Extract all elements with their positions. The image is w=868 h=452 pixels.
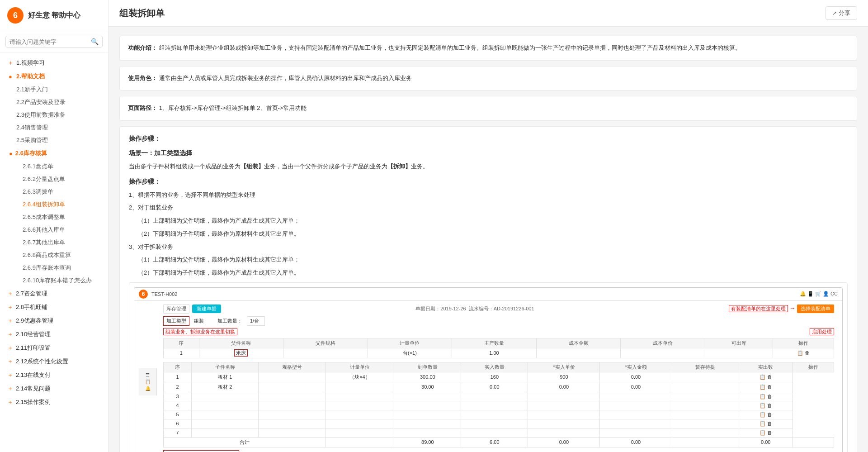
share-button[interactable]: ↗ 分享 [826,6,857,20]
expand-icon-2-13: ＋ [7,371,13,379]
sidebar-item-2-6-4[interactable]: 2.6.4组装拆卸单 [0,198,108,211]
sidebar-item-2-6-8[interactable]: 2.6.8商品成本重算 [0,249,108,262]
sidebar-item-2-6-5[interactable]: 2.6.5成本调整单 [0,211,108,224]
expand-icon-2-15: ＋ [7,398,13,406]
mock-lower-row-1: 1 板材 1 （块×4） 300.00 160 900 0.00 [164,372,834,382]
sidebar-item-2-15[interactable]: ＋ 2.15操作案例 [0,395,108,409]
mock-title-bar: 6 TEST-H002 🔔 📱 🛒 👤 CC [134,288,842,301]
sidebar-item-2-12-label: 2.12系统个性化设置 [16,357,68,366]
sidebar-item-1[interactable]: ＋ 1.视频学习 [0,56,108,70]
mock-footer-sum: 合计 [164,437,326,447]
share-icon: ↗ [832,10,837,16]
sidebar-item-2-6-label: 2.6库存核算 [15,149,47,157]
step-2-2: （2）下部明细为子件明细，最终作为原材料生成其它出库单。 [138,228,848,240]
annotation-4-text: 启用处理 [810,328,834,335]
sidebar-item-2-6-9[interactable]: 2.6.9库存账本查询 [0,262,108,274]
annotation-3-text: 组装业务、拆卸业务在这里切换 [163,328,237,335]
sidebar-item-2-1[interactable]: 2.1新手入门 [0,83,108,96]
search-icon[interactable]: 🔍 [91,38,99,45]
steps-block: 操作步骤： 场景一：加工类型选择 当由多个子件材料组装成一个成品的业务为【组装】… [119,126,857,452]
mock-lower-header-row: 序 子件名称 规格型号 计量单位 到单数量 实入数量 *实入单价 *实入金额 [164,362,834,372]
mock-footer-row: 合计 89.00 6.00 0.00 0.00 0.00 [164,437,834,447]
mock-lower-table: 序 子件名称 规格型号 计量单位 到单数量 实入数量 *实入单价 *实入金额 [163,362,834,447]
mock-form-row: 加工类型 组装 加工数量： 1/台 [163,316,834,326]
mock-qty-label: 加工数量： [217,318,242,324]
intro-label: 功能介绍： [128,44,157,51]
mock-icons: 🔔 📱 🛒 👤 CC [800,291,838,297]
sidebar-item-2-label: 2.帮助文档 [16,72,45,81]
mock-date: 单据日期：2019-12-26 [415,305,466,312]
nav-tree: ＋ 1.视频学习 ● 2.帮助文档 2.1新手入门 2.2产品安装及登录 2.3… [0,52,108,452]
mock-logo: 6 [139,290,148,299]
mock-annotation-row: 组装业务、拆卸业务在这里切换 启用处理 [163,328,834,335]
sidebar-item-2[interactable]: ● 2.帮助文档 [0,70,108,83]
mock-tab-active: 新建单据 [192,305,221,313]
mock-top-nav: ☰ 📋 🔔 库存管理 新建单据 单据日期：2019-12-26 流 [134,301,842,452]
sidebar-item-2-11[interactable]: ＋ 2.11打印设置 [0,341,108,355]
content-area: 功能介绍： 组装拆卸单用来处理企业组装或拆卸等加工业务，支持有固定装配清单的产品… [108,27,868,452]
page-title: 组装拆卸单 [119,7,165,19]
sidebar-item-2-13[interactable]: ＋ 2.13在线支付 [0,368,108,382]
sidebar-item-1-label: 1.视频学习 [16,59,45,67]
sidebar-item-2-5[interactable]: 2.5采购管理 [0,134,108,147]
sidebar-item-2-4[interactable]: 2.4销售管理 [0,121,108,134]
search-box: 🔍 [0,31,108,52]
ops-title: 操作步骤： [129,135,848,143]
path-block: 页面路径： 1、库存核算->库存管理->组装拆卸单 2、首页->常用功能 [119,96,857,121]
screenshot-wrap: 6 TEST-H002 🔔 📱 🛒 👤 CC ☰ 📋 🔔 [129,282,848,452]
sidebar-item-2-6-1[interactable]: 2.6.1盘点单 [0,160,108,173]
expand-icon-2-12: ＋ [7,357,13,366]
annotation-1-text: 有装配清单的在这里处理 [729,305,788,312]
arrow-right-1: → [789,305,796,312]
step-3-1: （1）上部明细为父件明细，最终作为原材料生成其它出库单； [138,254,848,266]
mock-doc-id: 流水编号：AD-20191226-001 [469,305,534,312]
sidebar-item-2-8-label: 2.8手机旺铺 [16,303,47,311]
sidebar-item-2-10[interactable]: ＋ 2.10经营管理 [0,328,108,341]
sidebar-item-2-7[interactable]: ＋ 2.7资金管理 [0,287,108,300]
annotation-5: 不能出添不够组装的在这里录入 [163,450,239,452]
sidebar-item-2-6[interactable]: ● 2.6库存核算 [0,147,108,160]
sidebar-logo: 6 好生意 帮助中心 [0,0,108,31]
sidebar-item-2-6-2[interactable]: 2.6.2分量盘点单 [0,173,108,186]
keyword-assembly: 【组装】 [241,163,264,170]
mock-lower-row-2: 2 板材 2 30.00 0.00 0.00 0.00 [164,382,834,392]
mock-side-icons: ☰ 📋 🔔 [139,368,157,395]
role-label: 使用角色： [128,75,157,81]
role-block: 使用角色： 通常由生产人员或库管人员完成拆装业务的操作，库管人员确认原材料的出库… [119,66,857,91]
search-wrap[interactable]: 🔍 [5,36,103,48]
annotation-4-wrap: 启用处理 [810,328,834,335]
main-area: 组装拆卸单 ↗ 分享 功能介绍： 组装拆卸单用来处理企业组装或拆卸等加工业务，支… [108,0,868,452]
sidebar-item-2-8[interactable]: ＋ 2.8手机旺铺 [0,300,108,314]
mock-main-content: 库存管理 新建单据 单据日期：2019-12-26 流水编号：AD-201912… [160,302,838,452]
sidebar-item-2-2[interactable]: 2.2产品安装及登录 [0,96,108,109]
role-text: 通常由生产人员或库管人员完成拆装业务的操作，库管人员确认原材料的出库和产成品的入… [159,75,412,81]
sidebar-item-2-11-label: 2.11打印设置 [16,344,51,352]
sidebar-item-2-6-3[interactable]: 2.6.3调拨单 [0,186,108,198]
mock-upper-header-row: 序 父件名称 父件规格 计量单位 主产数量 成本金额 成本单价 可出库 操作 [164,338,834,348]
sidebar-item-2-12[interactable]: ＋ 2.12系统个性化设置 [0,355,108,368]
step-2-1: （1）上部明细为父件明细，最终作为产成品生成其它入库单； [138,215,848,227]
expand-icon-2-10: ＋ [7,330,13,338]
step-3-sub: （1）上部明细为父件明细，最终作为原材料生成其它出库单； （2）下部明细为子件明… [138,254,848,278]
mock-sub-nav: 库存管理 新建单据 单据日期：2019-12-26 流水编号：AD-201912… [163,304,834,314]
sidebar-item-2-13-label: 2.13在线支付 [16,371,51,379]
sidebar-item-2-9[interactable]: ＋ 2.9优惠券管理 [0,314,108,328]
mock-lower-row-4: 4 [164,401,834,410]
expand-icon-2-11: ＋ [7,344,13,352]
mock-lower-row-3: 3 [164,392,834,401]
sidebar-item-2-3[interactable]: 2.3使用前数据准备 [0,109,108,121]
expand-icon-1: ＋ [7,60,14,66]
sidebar: 6 好生意 帮助中心 🔍 ＋ 1.视频学习 ● 2.帮助文档 2.1新手入门 2… [0,0,108,452]
sidebar-item-2-6-10[interactable]: 2.6.10库存账本错了怎么办 [0,274,108,287]
mock-nav-btn-1: 库存管理 [163,304,189,314]
mock-upper-table: 序 父件名称 父件规格 计量单位 主产数量 成本金额 成本单价 可出库 操作 [163,338,834,358]
sidebar-item-2-9-label: 2.9优惠券管理 [16,317,53,325]
intro-block: 功能介绍： 组装拆卸单用来处理企业组装或拆卸等加工业务，支持有固定装配清单的产品… [119,36,857,61]
expand-icon-2-14: ＋ [7,385,13,393]
sidebar-item-2-14[interactable]: ＋ 2.14常见问题 [0,382,108,395]
sidebar-item-2-6-7[interactable]: 2.6.7其他出库单 [0,236,108,249]
sidebar-item-2-6-6[interactable]: 2.6.6其他入库单 [0,224,108,236]
search-input[interactable] [9,38,91,45]
expand-icon-2-9: ＋ [7,317,13,325]
annotation-3: 组装业务、拆卸业务在这里切换 [163,328,237,335]
